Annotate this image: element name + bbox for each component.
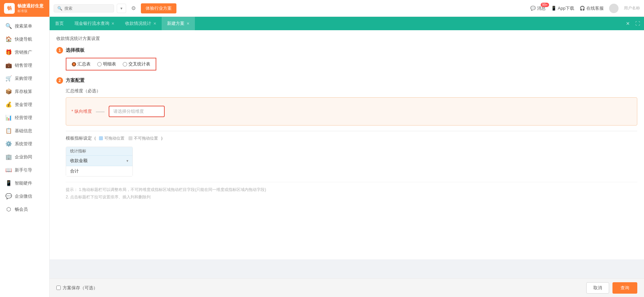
section1-title: 选择模板: [66, 47, 85, 53]
sidebar-item-purchase[interactable]: 🛒 采购管理: [0, 72, 49, 85]
tip-line-1: 提示： 1.拖动标题栏可以调整布局，不可跨维度或指标区域拖动栏目字段(只能在同一…: [66, 186, 637, 194]
footer-buttons: 取消 查询: [586, 282, 637, 294]
sidebar-item-search-menu[interactable]: 🔍 搜索菜单: [0, 19, 49, 33]
sidebar-label: 采购管理: [15, 76, 32, 82]
tab-receipt-stats-label: 收款情况统计: [125, 20, 151, 27]
app-download-btn[interactable]: 📱 App下载: [551, 5, 574, 11]
tab-receipt-stats-close[interactable]: ✕: [153, 21, 156, 26]
radio-cross-input[interactable]: [123, 62, 127, 66]
close-tab-icon[interactable]: ✕: [625, 19, 631, 28]
sidebar-label: 畅会员: [15, 206, 28, 212]
topbar: 🔍 ▾ ⚙ 体验行业方案 💬 消息 99+ 📱 App下载 🎧 在线客服 用户名…: [50, 0, 644, 17]
phone-icon: 📱: [5, 180, 12, 186]
save-checkbox[interactable]: [56, 286, 61, 290]
footer: 方案保存（可选） 取消 查询: [50, 278, 644, 297]
tab-new-plan[interactable]: 新建方案 ✕: [162, 17, 195, 30]
cancel-button[interactable]: 取消: [586, 282, 609, 294]
sidebar-item-membership[interactable]: ⬡ 畅会员: [0, 203, 49, 216]
legend-fixed: 不可拖动位置: [128, 136, 158, 141]
sidebar-item-inventory[interactable]: 📦 库存核算: [0, 85, 49, 98]
chat-icon: 💬: [5, 193, 12, 199]
radio-detail-label: 明细表: [103, 61, 116, 67]
message-badge: 99+: [541, 3, 549, 7]
sidebar-label: 快捷导航: [15, 36, 32, 42]
section2-header: 2 方案配置: [56, 77, 637, 84]
book-icon: 📖: [5, 167, 12, 173]
home-icon: 🏠: [5, 36, 12, 42]
sidebar-item-quick-nav[interactable]: 🏠 快捷导航: [0, 33, 49, 46]
radio-cross[interactable]: 交叉统计表: [123, 61, 150, 67]
sidebar-item-enterprise-wechat[interactable]: 💬 企业微信: [0, 190, 49, 203]
online-service-btn[interactable]: 🎧 在线客服: [580, 5, 604, 11]
query-button[interactable]: 查询: [612, 282, 637, 294]
radio-detail[interactable]: 明细表: [97, 61, 116, 67]
save-checkbox-label[interactable]: 方案保存（可选）: [56, 285, 98, 291]
section2: 2 方案配置 汇总维度（必选） * 纵向维度 —— 请选择分组维度: [56, 77, 637, 201]
sidebar-item-operations[interactable]: 📊 经营管理: [0, 111, 49, 124]
topbar-right: 💬 消息 99+ 📱 App下载 🎧 在线客服 用户名称: [530, 4, 640, 13]
gear-icon: ⚙️: [5, 141, 12, 147]
tab-home[interactable]: 首页: [50, 17, 69, 30]
radio-summary[interactable]: 汇总表: [72, 61, 91, 67]
page-title: 收款情况统计方案设置: [56, 36, 637, 42]
section2-num: 2: [56, 77, 63, 84]
sidebar-item-funds[interactable]: 💰 资金管理: [0, 98, 49, 111]
sidebar-logo: 畅 畅捷通好生意 标准版: [0, 0, 49, 17]
sidebar-item-marketing[interactable]: 🎁 营销推广: [0, 46, 49, 59]
app-download-label: App下载: [558, 5, 574, 11]
sidebar-label: 库存核算: [15, 89, 32, 95]
save-label: 方案保存（可选）: [63, 285, 98, 291]
stats-amount-label: 收款金额: [70, 158, 88, 164]
message-btn[interactable]: 💬 消息 99+: [530, 5, 546, 11]
section2-title: 方案配置: [66, 78, 85, 84]
tab-home-label: 首页: [55, 20, 64, 27]
tab-new-plan-close[interactable]: ✕: [186, 21, 190, 26]
expand-tab-icon[interactable]: ⛶: [634, 19, 641, 28]
sidebar-item-system[interactable]: ⚙️ 系统管理: [0, 137, 49, 150]
radio-detail-input[interactable]: [97, 62, 102, 66]
stats-amount-dropdown[interactable]: ▾: [126, 159, 128, 163]
user-avatar[interactable]: [609, 4, 619, 13]
section2-body: 汇总维度（必选） * 纵向维度 —— 请选择分组维度 模板指标设定（: [56, 88, 637, 201]
content-area: 收款情况统计方案设置 1 选择模板 汇总表 明细表: [50, 30, 644, 278]
radio-summary-label: 汇总表: [77, 61, 91, 67]
industry-btn[interactable]: 体验行业方案: [141, 3, 176, 13]
indicator-header: 模板指标设定（ 可拖动位置 不可拖动位置: [66, 135, 637, 141]
tab-bank-flow[interactable]: 现金银行流水查询 ✕: [69, 17, 120, 30]
draggable-label: 可拖动位置: [104, 136, 124, 141]
sidebar-item-basic-info[interactable]: 📋 基础信息: [0, 124, 49, 137]
sidebar-item-beginner-guide[interactable]: 📖 新手引导: [0, 163, 49, 177]
sidebar: 畅 畅捷通好生意 标准版 🔍 搜索菜单 🏠 快捷导航 🎁 营销推广 💼 销售管理…: [0, 0, 50, 297]
stats-total-label: 合计: [70, 168, 79, 174]
message-icon: 💬: [530, 6, 536, 11]
sidebar-item-enterprise-coop[interactable]: 🏢 企业协同: [0, 150, 49, 163]
search-input[interactable]: [64, 6, 105, 11]
tabs-right: ✕ ⛶: [625, 19, 644, 28]
stats-row-amount: 收款金额 ▾: [66, 156, 132, 166]
logo-icon: 畅: [4, 3, 15, 14]
search-icon: 🔍: [57, 6, 62, 11]
tab-bank-flow-close[interactable]: ✕: [111, 21, 114, 26]
settings-icon[interactable]: ⚙: [129, 4, 138, 13]
dimension-select[interactable]: 请选择分组维度: [109, 106, 165, 117]
sidebar-label: 销售管理: [15, 62, 32, 68]
sidebar-label: 经营管理: [15, 115, 32, 121]
box-icon: 📦: [5, 88, 12, 95]
hexagon-icon: ⬡: [5, 206, 12, 212]
sidebar-label: 资金管理: [15, 102, 32, 108]
sidebar-label: 搜索菜单: [15, 23, 32, 29]
indicator-legend: 可拖动位置 不可拖动位置: [99, 136, 158, 141]
money-icon: 💰: [5, 101, 12, 108]
radio-summary-input[interactable]: [72, 62, 76, 66]
topbar-search-box[interactable]: 🔍: [54, 4, 114, 12]
app-icon: 📱: [551, 6, 556, 11]
dropdown-btn[interactable]: ▾: [117, 4, 126, 13]
sidebar-label: 新手引导: [15, 167, 32, 173]
briefcase-icon: 💼: [5, 62, 12, 68]
chart-icon: 📊: [5, 114, 12, 121]
sidebar-item-sales[interactable]: 💼 销售管理: [0, 59, 49, 72]
sidebar-item-smart-hardware[interactable]: 📱 智能硬件: [0, 177, 49, 190]
dimension-arrow: ——: [96, 109, 105, 114]
cart-icon: 🛒: [5, 75, 12, 82]
tab-receipt-stats[interactable]: 收款情况统计 ✕: [120, 17, 162, 30]
